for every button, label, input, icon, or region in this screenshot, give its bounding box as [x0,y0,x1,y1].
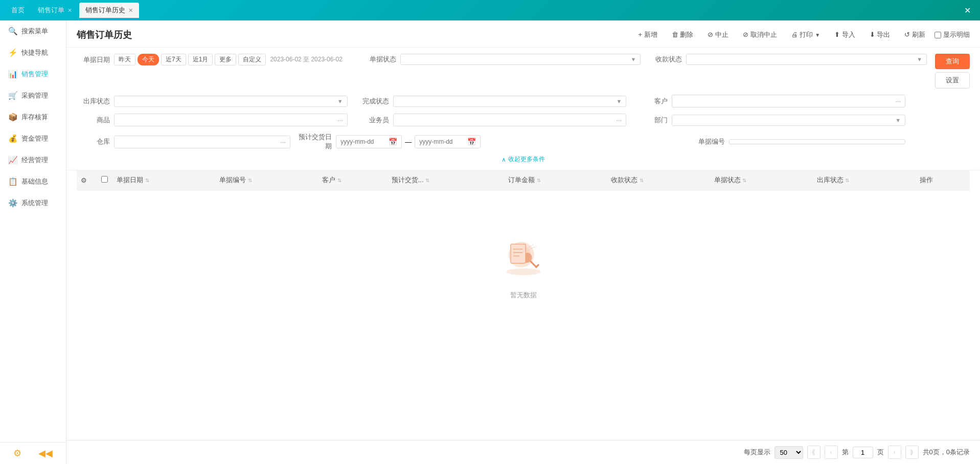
date-btn-custom[interactable]: 自定义 [238,54,266,65]
sidebar-item-purchase-mgmt[interactable]: 🛒 采购管理 [0,85,66,106]
sidebar-item-finance[interactable]: 💰 资金管理 [0,128,66,149]
tab-sales-order[interactable]: 销售订单 ✕ [32,3,78,18]
tab-home[interactable]: 首页 [5,3,31,18]
sidebar-collapse-icon[interactable]: ◀◀ [38,448,53,459]
delivery-date-label: 预计交货日期 [299,132,332,151]
date-btn-yesterday[interactable]: 昨天 [114,54,135,65]
sort-order-no-icon: ⇅ [248,178,252,183]
top-tab-bar: 首页 销售订单 ✕ 销售订单历史 ✕ ✕ [0,0,980,20]
th-customer[interactable]: 客户 ⇅ [318,170,387,190]
sort-payment-status-icon: ⇅ [640,178,644,183]
salesman-label: 业务员 [356,116,389,125]
th-payment-status[interactable]: 收款状态 ⇅ [607,170,710,190]
goods-label: 商品 [77,116,110,125]
date-btn-today[interactable]: 今天 [138,54,159,65]
import-button[interactable]: ⬆ 导入 [829,28,860,42]
purchase-mgmt-icon: 🛒 [8,91,17,100]
delivery-date-from-picker[interactable]: 📅 [336,135,402,148]
per-page-select[interactable]: 10 20 50 100 [774,446,803,459]
sidebar-item-sales-mgmt[interactable]: 📊 销售管理 [0,63,66,85]
date-group: 昨天 今天 近7天 近1月 更多 自定义 2023-06-02 至 2023-0… [114,54,343,65]
tab-sales-order-history-close[interactable]: ✕ [128,7,133,14]
delivery-date-to-input[interactable] [419,138,465,145]
dept-arrow-icon: ▼ [895,117,901,123]
toolbar: + 新增 🗑 删除 ⊘ 中止 ⊘ 取消中止 🖨 打印 ▼ ⬆ 导入 ⬇ 导出 ↺… [633,28,970,42]
order-status-label: 单据状态 [363,55,396,64]
date-btn-more[interactable]: 更多 [215,54,236,65]
calendar-to-icon: 📅 [467,138,476,146]
th-out-status[interactable]: 出库状态 ⇅ [813,170,916,190]
cancel-stop-button[interactable]: ⊘ 取消中止 [738,28,782,42]
svg-point-0 [506,269,540,275]
print-button[interactable]: 🖨 打印 ▼ [786,28,826,42]
query-button[interactable]: 查询 [935,54,970,69]
warehouse-more-icon[interactable]: ··· [280,138,286,146]
sort-amount-icon: ⇅ [537,178,541,183]
operations-icon: 📈 [8,156,17,165]
data-table: ⚙ 单据日期 ⇅ 单据编号 ⇅ 客户 [77,170,970,341]
refresh-button[interactable]: ↺ 刷新 [899,28,930,42]
sidebar-settings-icon[interactable]: ⚙ [13,448,21,459]
sidebar-item-inventory[interactable]: 📦 库存核算 [0,106,66,128]
main-layout: 🔍 搜索菜单 ⚡ 快捷导航 📊 销售管理 🛒 采购管理 📦 库存核算 💰 资金管… [0,20,980,464]
sidebar-item-basic-info[interactable]: 📋 基础信息 [0,171,66,192]
order-no-label: 单据编号 [692,137,725,146]
out-status-select[interactable]: ▼ [114,96,348,107]
sidebar: 🔍 搜索菜单 ⚡ 快捷导航 📊 销售管理 🛒 采购管理 📦 库存核算 💰 资金管… [0,20,66,464]
sort-delivery-icon: ⇅ [425,178,429,183]
tab-sales-order-close[interactable]: ✕ [67,7,72,14]
basic-info-icon: 📋 [8,177,17,186]
complete-status-arrow-icon: ▼ [616,98,622,104]
sidebar-item-search-menu[interactable]: 🔍 搜索菜单 [0,20,66,42]
order-status-select[interactable]: ▼ [400,54,641,65]
table-settings-th[interactable]: ⚙ [77,170,97,190]
window-close-icon[interactable]: ✕ [960,4,975,17]
out-status-label: 出库状态 [77,97,110,106]
display-toggle-checkbox[interactable] [935,32,941,38]
sidebar-item-quick-nav[interactable]: ⚡ 快捷导航 [0,42,66,63]
empty-illustration [498,231,549,282]
calendar-from-icon: 📅 [389,138,397,146]
select-all-checkbox[interactable] [101,176,108,183]
th-order-status[interactable]: 单据状态 ⇅ [710,170,813,190]
salesman-more-icon[interactable]: ··· [617,116,622,124]
collapse-bar[interactable]: ∧ 收起更多条件 [77,155,970,164]
delivery-date-from-input[interactable] [340,138,386,145]
complete-status-select[interactable]: ▼ [393,96,627,107]
total-text: 共0页，0条记录 [923,448,970,457]
right-actions: 查询 设置 [935,54,970,89]
th-amount[interactable]: 订单金额 ⇅ [504,170,607,190]
th-delivery[interactable]: 预计交货... ⇅ [388,170,505,190]
sidebar-item-sys-mgmt[interactable]: ⚙️ 系统管理 [0,192,66,214]
svg-rect-6 [511,244,526,263]
sort-out-status-icon: ⇅ [845,178,849,183]
sort-customer-icon: ⇅ [337,178,341,183]
sys-mgmt-icon: ⚙️ [8,198,17,208]
th-date[interactable]: 单据日期 ⇅ [112,170,215,190]
date-btn-7days[interactable]: 近7天 [161,54,186,65]
filter-area: 单据日期 昨天 今天 近7天 近1月 更多 自定义 2023-06-02 至 2… [66,48,980,170]
finance-icon: 💰 [8,134,17,143]
new-button[interactable]: + 新增 [633,28,663,42]
goods-more-icon[interactable]: ··· [337,116,343,124]
dept-select[interactable]: ▼ [672,115,905,126]
tab-sales-order-history[interactable]: 销售订单历史 ✕ [79,3,139,18]
print-dropdown-icon: ▼ [815,32,820,38]
page-number-input[interactable] [853,447,873,458]
page-last-button[interactable]: ⟫ [905,446,919,459]
delivery-date-to-picker[interactable]: 📅 [415,135,481,148]
date-label: 单据日期 [77,55,110,64]
search-menu-icon: 🔍 [8,27,17,36]
customer-more-icon[interactable]: ··· [895,97,901,105]
set-button[interactable]: 设置 [935,72,970,89]
stop-button[interactable]: ⊘ 中止 [702,28,734,42]
th-order-no[interactable]: 单据编号 ⇅ [215,170,318,190]
date-btn-1month[interactable]: 近1月 [188,54,213,65]
page-first-button[interactable]: ⟪ [807,446,821,459]
delete-button[interactable]: 🗑 删除 [667,28,699,42]
sidebar-item-operations[interactable]: 📈 经营管理 [0,149,66,171]
export-button[interactable]: ⬇ 导出 [864,28,896,42]
page-prev-button[interactable]: ‹ [825,446,838,459]
page-next-button[interactable]: › [888,446,901,459]
payment-status-select[interactable]: ▼ [686,54,927,65]
